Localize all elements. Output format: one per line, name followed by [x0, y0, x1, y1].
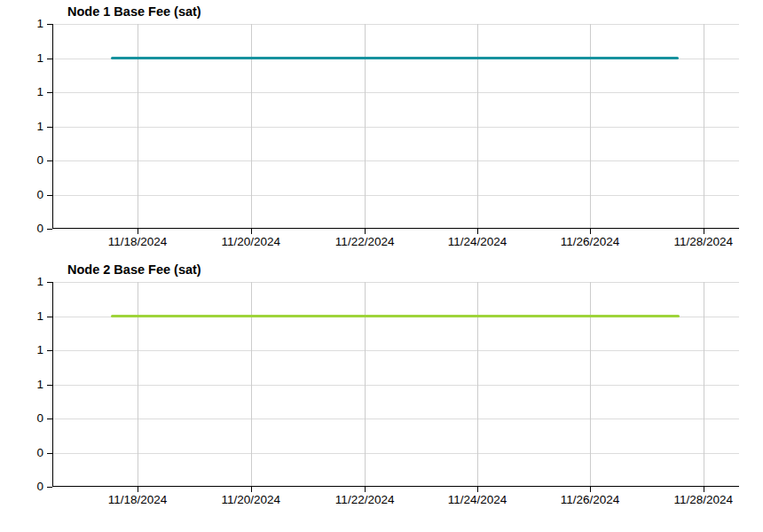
grid-line-vertical	[365, 282, 366, 487]
grid-line-vertical	[477, 282, 478, 487]
grid-line-horizontal	[52, 160, 739, 161]
grid-line-horizontal	[52, 127, 739, 128]
x-axis-label: 11/18/2024	[108, 236, 168, 248]
y-axis-label: 0	[36, 447, 43, 459]
x-axis-tick	[704, 229, 704, 234]
charts-page: Node 1 Base Fee (sat) 111100011/18/20241…	[0, 0, 763, 532]
grid-line-horizontal	[52, 350, 739, 351]
grid-line-horizontal	[52, 282, 739, 283]
x-axis-tick	[365, 487, 366, 492]
x-axis-label: 11/18/2024	[108, 494, 168, 506]
x-axis-tick	[138, 487, 138, 492]
y-axis-label: 0	[36, 481, 43, 493]
y-axis-label: 1	[36, 276, 43, 288]
plot-area: 111100011/18/202411/20/202411/22/202411/…	[52, 24, 739, 229]
x-axis-label: 11/24/2024	[448, 494, 507, 506]
grid-line-vertical	[365, 24, 366, 229]
grid-line-vertical	[251, 282, 252, 487]
x-axis-label: 11/26/2024	[561, 494, 620, 506]
x-axis-tick	[251, 229, 252, 234]
x-axis-tick	[704, 487, 704, 492]
x-axis-tick	[251, 487, 252, 492]
y-axis-label: 0	[36, 189, 43, 201]
chart-node-1-base-fee: Node 1 Base Fee (sat) 111100011/18/20241…	[0, 0, 763, 258]
x-axis-label: 11/28/2024	[673, 494, 733, 506]
series-line	[111, 315, 680, 317]
y-axis-line	[52, 282, 53, 487]
chart-title: Node 1 Base Fee (sat)	[67, 4, 201, 19]
x-axis-tick	[477, 229, 478, 234]
grid-line-vertical	[138, 24, 138, 229]
x-axis-label: 11/24/2024	[448, 236, 507, 248]
grid-line-vertical	[590, 24, 591, 229]
grid-line-vertical	[251, 24, 252, 229]
grid-line-vertical	[590, 282, 591, 487]
x-axis-tick	[365, 229, 366, 234]
x-axis-label: 11/20/2024	[221, 236, 280, 248]
grid-line-vertical	[704, 282, 704, 487]
y-axis-line	[52, 24, 53, 229]
chart-node-2-base-fee: Node 2 Base Fee (sat) 111100011/18/20241…	[0, 258, 763, 516]
x-axis-label: 11/20/2024	[221, 494, 280, 506]
x-axis-line	[52, 486, 739, 487]
grid-line-horizontal	[52, 385, 739, 386]
y-axis-label: 0	[36, 223, 43, 235]
plot-area: 111100011/18/202411/20/202411/22/202411/…	[52, 282, 739, 487]
y-axis-label: 1	[36, 310, 43, 323]
x-axis-label: 11/22/2024	[335, 236, 395, 248]
y-axis-label: 1	[36, 344, 43, 356]
y-axis-label: 0	[36, 154, 43, 167]
x-axis-tick	[138, 229, 138, 234]
grid-line-horizontal	[52, 92, 739, 93]
x-axis-tick	[477, 487, 478, 492]
x-axis-label: 11/22/2024	[335, 494, 395, 506]
y-axis-label: 1	[36, 18, 43, 30]
y-axis-tick	[47, 487, 52, 488]
y-axis-tick	[47, 229, 52, 230]
series-line	[111, 57, 679, 59]
grid-line-vertical	[138, 282, 138, 487]
chart-title: Node 2 Base Fee (sat)	[67, 262, 201, 277]
x-axis-tick	[590, 487, 591, 492]
x-axis-line	[52, 228, 739, 229]
grid-line-horizontal	[52, 195, 739, 196]
y-axis-label: 1	[36, 52, 43, 65]
grid-line-horizontal	[52, 24, 739, 25]
grid-line-vertical	[704, 24, 704, 229]
x-axis-label: 11/26/2024	[561, 236, 620, 248]
grid-line-horizontal	[52, 419, 739, 419]
y-axis-label: 1	[36, 121, 43, 133]
grid-line-horizontal	[52, 453, 739, 454]
x-axis-tick	[590, 229, 591, 234]
y-axis-label: 0	[36, 412, 43, 425]
grid-line-vertical	[477, 24, 478, 229]
y-axis-label: 1	[36, 86, 43, 98]
x-axis-label: 11/28/2024	[673, 236, 733, 248]
y-axis-label: 1	[36, 379, 43, 391]
